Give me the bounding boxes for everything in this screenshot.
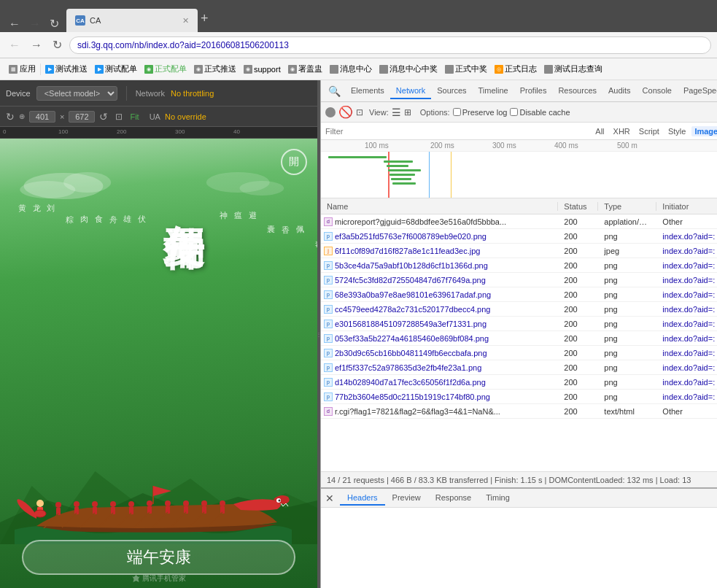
td-status: 200 [558, 305, 598, 314]
bookmark-apps[interactable]: ▦ 应用 [6, 63, 39, 74]
td-initiator: index.do?aid=: [656, 305, 717, 314]
close-panel-button[interactable]: ✕ [325, 492, 334, 504]
view-list-icon[interactable]: ☰ [392, 107, 401, 118]
nav-back-button[interactable]: ← [6, 37, 23, 53]
table-row[interactable]: p 68e393a0ba97e8ae98101e639617adaf.png 2… [321, 287, 717, 302]
devtools-search-icon[interactable]: 🔍 [324, 82, 345, 100]
tab-profiles[interactable]: Profiles [514, 83, 553, 99]
svg-point-21 [165, 500, 171, 506]
apps-icon: ▦ [9, 65, 18, 74]
bottom-festival-button[interactable]: 端午安康 [22, 540, 295, 575]
tl-bar-1 [328, 156, 387, 158]
table-row[interactable]: p ef1f5f337c52a978635d3e2fb4fe23a1.png 2… [321, 360, 717, 375]
bookmark-test-log[interactable]: 测试日志查询 [541, 63, 605, 74]
tab-resources[interactable]: Resources [552, 83, 602, 99]
refresh-icon[interactable]: ↺ [99, 111, 108, 123]
svg-point-8 [279, 500, 281, 502]
tab-audits[interactable]: Audits [602, 83, 637, 99]
devtools-panel: 🔍 Elements Network Sources Timeline Prof… [320, 80, 717, 588]
forward-button[interactable]: → [26, 16, 44, 32]
tab-timeline[interactable]: Timeline [473, 83, 514, 99]
file-icon-png: p [324, 334, 333, 343]
filter-all[interactable]: All [592, 126, 607, 136]
bottom-tab-headers[interactable]: Headers [340, 491, 385, 506]
table-row[interactable]: p 2b30d9c65cb16bb0481149fb6eccbafa.png 2… [321, 346, 717, 360]
table-row[interactable]: p 77b2b3604e85d0c2115b1919c174bf80.png 2… [321, 390, 717, 404]
tab-console[interactable]: Console [637, 83, 678, 99]
disable-cache-checkbox[interactable] [510, 108, 518, 116]
bottom-tab-preview[interactable]: Preview [385, 491, 428, 506]
td-name: j 6f11c0f89d7d16f827a8e1c11fead3ec.jpg [321, 247, 558, 255]
table-row[interactable]: p 053ef33a5b2274a46185460e869bf084.png 2… [321, 331, 717, 346]
table-row-last[interactable]: d r.cgi?flag1=7821&flag2=6&flag3=4&1=NaN… [321, 404, 717, 419]
reload-button[interactable]: ↻ [47, 15, 62, 32]
tab-title: CA [90, 16, 101, 25]
new-tab-button[interactable]: + [201, 11, 209, 32]
nav-reload-button[interactable]: ↻ [50, 36, 65, 53]
tab-sources[interactable]: Sources [431, 83, 472, 99]
bookmark-formal-config[interactable]: ◉ 正式配单 [142, 63, 190, 74]
preserve-log-label[interactable]: Preserve log [453, 108, 508, 117]
network-label: Network [136, 89, 165, 98]
table-row[interactable]: p cc4579eed4278a2c731c520177dbecc4.png 2… [321, 302, 717, 317]
th-type[interactable]: Type [598, 202, 656, 211]
th-status[interactable]: Status [558, 202, 598, 211]
bookmark-msg-prize[interactable]: 消息中心中奖 [376, 63, 441, 74]
view-grid-icon[interactable]: ⊞ [404, 107, 411, 117]
filter-xhr[interactable]: XHR [611, 126, 633, 136]
table-row[interactable]: p d14b028940d7a17fec3c65056f1f2d6a.png 2… [321, 375, 717, 390]
preserve-log-checkbox[interactable] [453, 108, 461, 116]
bottom-tab-response[interactable]: Response [428, 491, 479, 506]
browser-tab[interactable]: CA CA ✕ [66, 9, 198, 32]
record-button[interactable] [325, 107, 336, 117]
bookmark-formal-push[interactable]: ◉ 正式推送 [191, 63, 239, 74]
tab-network[interactable]: Network [390, 83, 431, 99]
table-row[interactable]: j 6f11c0f89d7d16f827a8e1c11fead3ec.jpg 2… [321, 244, 717, 258]
fit-label[interactable]: Fit [130, 112, 139, 121]
bookmark-shuagai[interactable]: ◉ 署盖盅 [285, 63, 325, 74]
bookmark-support[interactable]: ◉ support [241, 65, 284, 74]
expand-icon[interactable]: ⊡ [115, 112, 123, 122]
timeline-ruler: 100 ms 200 ms 300 ms 400 ms 500 m [321, 140, 717, 152]
device-select[interactable]: <Select model> [36, 86, 117, 101]
td-status: 200 [558, 290, 598, 299]
clear-button[interactable]: 🚫 [338, 107, 353, 118]
bookmark-test-config[interactable]: ▶ 测试配单 [92, 63, 140, 74]
disable-cache-label[interactable]: Disable cache [510, 108, 570, 117]
svg-point-4 [239, 181, 284, 196]
device-panel: Device <Select model> Network No throttl… [0, 80, 317, 588]
tab-pagespeed[interactable]: PageSpee [678, 83, 717, 99]
msg-icon [330, 65, 338, 74]
tab-close-icon[interactable]: ✕ [182, 16, 189, 26]
td-initiator: index.do?aid=: [656, 232, 717, 241]
table-row[interactable]: p ef3a5b251fd5763e7f6008789eb9e020.png 2… [321, 229, 717, 244]
filter-images[interactable]: Images [691, 126, 717, 136]
formal-log-icon: ◎ [495, 65, 503, 74]
svg-point-27 [220, 500, 225, 506]
tab-elements[interactable]: Elements [345, 83, 390, 99]
nav-forward-button[interactable]: → [28, 37, 45, 53]
filter-style[interactable]: Style [665, 126, 689, 136]
filter-input[interactable] [325, 127, 589, 136]
th-name[interactable]: Name [321, 202, 558, 211]
table-row[interactable]: p e301568188451097288549a3ef71331.png 20… [321, 317, 717, 331]
td-initiator: index.do?aid=: [656, 261, 717, 270]
bookmark-formal-prize[interactable]: 正式中奖 [442, 63, 490, 74]
back-button[interactable]: ← [6, 16, 23, 32]
bookmark-formal-log[interactable]: ◎ 正式日志 [492, 63, 540, 74]
table-row[interactable]: p 5b3ce4da75a9abf10b128d6cf1b1366d.png 2… [321, 258, 717, 273]
bookmark-test-push[interactable]: ▶ 测试推送 [42, 63, 90, 74]
bookmark-msg-center[interactable]: 消息中心 [327, 63, 375, 74]
filter-icon[interactable]: ⊡ [356, 107, 363, 117]
filter-script[interactable]: Script [636, 126, 662, 136]
table-row[interactable]: p 5724fc5c3fd82d725504847d67f7649a.png 2… [321, 273, 717, 287]
table-row[interactable]: d microreport?gjguid=68dbdfee3e516a0fd5b… [321, 214, 717, 229]
th-initiator[interactable]: Initiator [656, 202, 717, 211]
height-input[interactable] [69, 111, 95, 123]
file-icon-png: p [324, 276, 333, 285]
url-bar[interactable]: sdi.3g.qq.com/nb/index.do?aid=2016060815… [69, 36, 711, 54]
width-input[interactable] [29, 111, 55, 123]
rotate-icon[interactable]: ↻ [6, 111, 15, 123]
open-button[interactable]: 開 [281, 149, 307, 175]
bottom-tab-timing[interactable]: Timing [478, 491, 517, 506]
